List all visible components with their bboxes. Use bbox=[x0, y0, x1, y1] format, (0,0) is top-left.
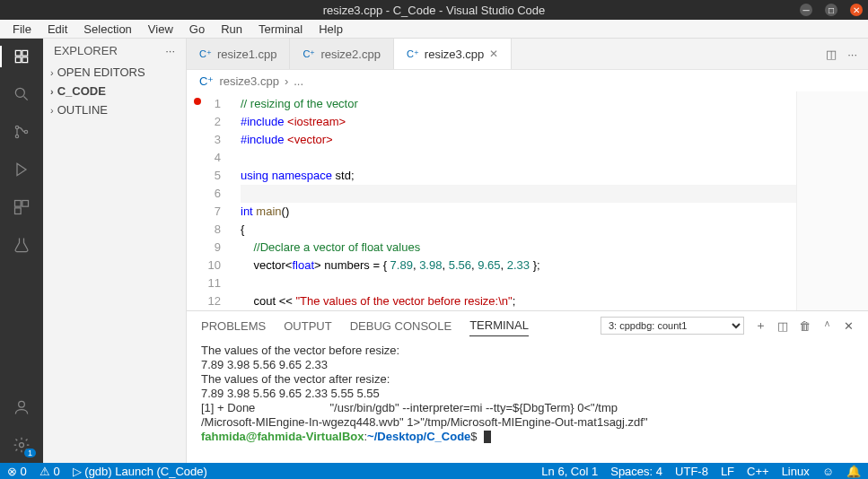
search-icon[interactable] bbox=[11, 83, 32, 105]
explorer-header: EXPLORER ··· bbox=[43, 39, 186, 63]
editor-tabs: C⁺resize1.cppC⁺resize2.cppC⁺resize3.cpp✕… bbox=[187, 39, 868, 70]
status-eol[interactable]: LF bbox=[721, 465, 734, 478]
editor-group: C⁺resize1.cppC⁺resize2.cppC⁺resize3.cpp✕… bbox=[187, 39, 868, 463]
kill-terminal-icon[interactable]: 🗑 bbox=[799, 319, 811, 333]
tab-actions: ◫ ··· bbox=[815, 39, 868, 69]
minimap[interactable] bbox=[796, 91, 868, 310]
panel-tabs: PROBLEMSOUTPUTDEBUG CONSOLETERMINAL 3: c… bbox=[187, 311, 868, 340]
close-button[interactable]: ✕ bbox=[850, 4, 863, 16]
status-bar: ⊗ 0 ⚠ 0 ▷ (gdb) Launch (C_Code) Ln 6, Co… bbox=[0, 463, 868, 479]
panel-tab-problems[interactable]: PROBLEMS bbox=[201, 316, 266, 336]
sidebar-item-outline[interactable]: ›OUTLINE bbox=[43, 100, 186, 119]
terminal-cursor bbox=[484, 431, 491, 443]
svg-rect-5 bbox=[22, 201, 29, 207]
explorer-icon[interactable] bbox=[11, 46, 32, 67]
maximize-button[interactable]: □ bbox=[825, 4, 837, 16]
status-warnings[interactable]: ⚠ 0 bbox=[39, 465, 60, 478]
split-editor-icon[interactable]: ◫ bbox=[826, 48, 837, 61]
chevron-right-icon: › bbox=[50, 86, 54, 97]
breadcrumb-sep: › bbox=[285, 74, 288, 88]
breadcrumb[interactable]: C⁺ resize3.cpp › ... bbox=[187, 70, 868, 91]
status-cursor[interactable]: Ln 6, Col 1 bbox=[541, 465, 598, 478]
line-gutter: 123456789101112 bbox=[187, 91, 232, 310]
menu-help[interactable]: Help bbox=[311, 21, 350, 38]
panel-close-icon[interactable]: ✕ bbox=[844, 319, 854, 333]
extensions-icon[interactable] bbox=[11, 196, 32, 218]
svg-point-1 bbox=[15, 126, 18, 129]
status-launch[interactable]: ▷ (gdb) Launch (C_Code) bbox=[73, 465, 207, 478]
panel-tab-debug-console[interactable]: DEBUG CONSOLE bbox=[350, 316, 452, 336]
svg-point-0 bbox=[15, 89, 24, 98]
menu-terminal[interactable]: Terminal bbox=[251, 21, 310, 38]
svg-rect-6 bbox=[15, 208, 22, 214]
terminal[interactable]: The values of the vector before resize: … bbox=[187, 340, 868, 463]
breadcrumb-file[interactable]: resize3.cpp bbox=[219, 74, 278, 88]
explorer-more-icon[interactable]: ··· bbox=[165, 44, 175, 57]
explorer-title: EXPLORER bbox=[54, 44, 118, 57]
svg-point-2 bbox=[15, 135, 18, 138]
bottom-panel: PROBLEMSOUTPUTDEBUG CONSOLETERMINAL 3: c… bbox=[187, 310, 868, 463]
cpp-file-icon: C⁺ bbox=[199, 74, 214, 88]
svg-point-3 bbox=[24, 131, 27, 134]
status-spaces[interactable]: Spaces: 4 bbox=[610, 465, 662, 478]
menu-file[interactable]: File bbox=[5, 21, 39, 38]
activity-bar: 1 bbox=[0, 39, 43, 463]
status-os[interactable]: Linux bbox=[782, 465, 810, 478]
menu-go[interactable]: Go bbox=[182, 21, 212, 38]
status-bell-icon[interactable]: 🔔 bbox=[846, 465, 861, 478]
menu-run[interactable]: Run bbox=[214, 21, 250, 38]
editor-more-icon[interactable]: ··· bbox=[847, 48, 857, 61]
title-bar: resize3.cpp - C_Code - Visual Studio Cod… bbox=[0, 0, 868, 20]
svg-point-7 bbox=[19, 402, 25, 408]
chevron-right-icon: › bbox=[50, 105, 54, 116]
status-encoding[interactable]: UTF-8 bbox=[675, 465, 708, 478]
window-title: resize3.cpp - C_Code - Visual Studio Cod… bbox=[323, 4, 546, 17]
tab-resize3-cpp[interactable]: C⁺resize3.cpp✕ bbox=[394, 39, 512, 69]
cpp-file-icon: C⁺ bbox=[302, 48, 315, 60]
svg-rect-4 bbox=[15, 201, 22, 207]
svg-point-8 bbox=[20, 443, 24, 448]
menu-selection[interactable]: Selection bbox=[76, 21, 138, 38]
settings-badge: 1 bbox=[24, 449, 36, 457]
code-area[interactable]: // resizing of the vector#include <iostr… bbox=[232, 91, 796, 310]
window-controls: ─ □ ✕ bbox=[800, 4, 863, 16]
account-icon[interactable] bbox=[11, 396, 32, 418]
status-feedback-icon[interactable]: ☺ bbox=[822, 465, 834, 478]
menu-bar: FileEditSelectionViewGoRunTerminalHelp bbox=[0, 20, 868, 39]
cpp-file-icon: C⁺ bbox=[407, 48, 419, 60]
test-icon[interactable] bbox=[11, 234, 32, 256]
code-editor[interactable]: 123456789101112 // resizing of the vecto… bbox=[187, 91, 868, 310]
minimize-button[interactable]: ─ bbox=[800, 4, 812, 16]
scm-icon[interactable] bbox=[11, 121, 32, 143]
breadcrumb-more[interactable]: ... bbox=[294, 74, 303, 88]
panel-tab-terminal[interactable]: TERMINAL bbox=[469, 315, 529, 336]
status-language[interactable]: C++ bbox=[747, 465, 769, 478]
chevron-right-icon: › bbox=[50, 67, 54, 78]
panel-tab-output[interactable]: OUTPUT bbox=[284, 316, 331, 336]
cpp-file-icon: C⁺ bbox=[199, 48, 212, 60]
run-icon[interactable] bbox=[11, 159, 32, 180]
tab-resize1-cpp[interactable]: C⁺resize1.cpp bbox=[187, 39, 290, 69]
menu-edit[interactable]: Edit bbox=[40, 21, 75, 38]
split-terminal-icon[interactable]: ◫ bbox=[777, 319, 788, 333]
explorer-sidebar: EXPLORER ··· ›OPEN EDITORS›C_CODE›OUTLIN… bbox=[43, 39, 187, 463]
settings-icon[interactable]: 1 bbox=[11, 434, 32, 456]
new-terminal-icon[interactable]: ＋ bbox=[755, 318, 767, 334]
tab-resize2-cpp[interactable]: C⁺resize2.cpp bbox=[290, 39, 393, 69]
terminal-dropdown[interactable]: 3: cppdbg: count1 bbox=[601, 317, 744, 335]
sidebar-item-open-editors[interactable]: ›OPEN EDITORS bbox=[43, 63, 186, 82]
sidebar-item-c_code[interactable]: ›C_CODE bbox=[43, 82, 186, 100]
close-tab-icon[interactable]: ✕ bbox=[489, 48, 498, 60]
menu-view[interactable]: View bbox=[141, 21, 180, 38]
panel-up-icon[interactable]: ＾ bbox=[821, 318, 833, 334]
status-errors[interactable]: ⊗ 0 bbox=[7, 465, 27, 478]
